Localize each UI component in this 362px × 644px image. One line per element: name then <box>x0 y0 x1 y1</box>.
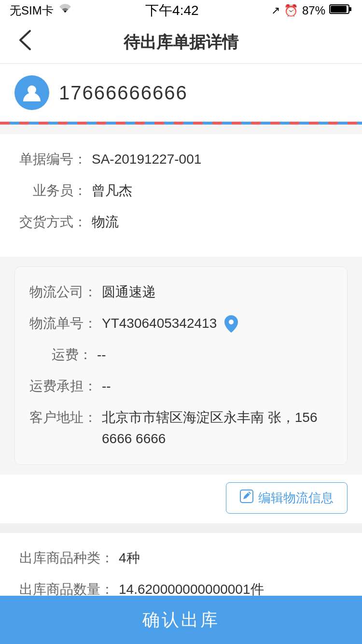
confirm-button-label: 确认出库 <box>142 608 220 632</box>
delivery-method-label: 交货方式： <box>19 211 87 233</box>
logistics-address-value: 北京市市辖区海淀区永丰南 张，156 6666 6666 <box>102 407 333 450</box>
back-button[interactable] <box>14 24 37 60</box>
logistics-address-row: 客户地址： 北京市市辖区海淀区永丰南 张，156 6666 6666 <box>29 407 333 450</box>
status-bar: 无SIM卡 下午4:42 ↗ ⏰ 87% <box>0 0 362 21</box>
location-pin-icon[interactable] <box>223 314 240 334</box>
logistics-company-value: 圆通速递 <box>102 281 333 303</box>
user-phone: 17666666666 <box>59 82 188 104</box>
logistics-freight-row: 运费： -- <box>29 344 333 366</box>
logistics-address-label: 客户地址： <box>29 407 97 429</box>
product-type-value: 4种 <box>119 547 140 569</box>
status-time: 下午4:42 <box>145 1 199 20</box>
section-divider <box>0 523 362 533</box>
battery-percentage: 87% <box>302 4 325 17</box>
nav-bar: 待出库单据详情 <box>0 21 362 64</box>
dashed-separator <box>0 122 362 125</box>
sales-person-value: 曾凡杰 <box>92 180 343 202</box>
edit-logistics-button[interactable]: 编辑物流信息 <box>226 482 348 514</box>
carrier-label: 无SIM卡 <box>10 3 54 18</box>
status-right: ↗ ⏰ 87% <box>271 3 352 18</box>
order-number-label: 单据编号： <box>19 149 87 170</box>
wifi-icon <box>57 4 73 17</box>
sales-person-row: 业务员： 曾凡杰 <box>19 180 343 202</box>
logistics-card: 物流公司： 圆通速递 物流单号： YT43064053424​13 运费： --… <box>14 266 348 465</box>
confirm-button[interactable]: 确认出库 <box>0 596 362 644</box>
svg-point-4 <box>229 320 234 324</box>
logistics-freight-bearer-value: -- <box>102 376 333 397</box>
logistics-tracking-row: 物流单号： YT43064053424​13 <box>29 313 333 335</box>
status-left: 无SIM卡 <box>10 3 73 18</box>
order-info-section: 单据编号： SA-20191227-001 业务员： 曾凡杰 交货方式： 物流 <box>0 134 362 257</box>
order-number-row: 单据编号： SA-20191227-001 <box>19 149 343 170</box>
alarm-icon: ⏰ <box>284 4 298 17</box>
location-icon: ↗ <box>271 4 280 17</box>
battery-icon <box>329 3 352 18</box>
sales-person-label: 业务员： <box>19 180 87 202</box>
logistics-tracking-value: YT43064053424​13 <box>102 313 333 335</box>
logistics-freight-value: -- <box>97 344 333 366</box>
product-type-row: 出库商品种类： 4种 <box>19 547 343 569</box>
logistics-company-label: 物流公司： <box>29 281 97 303</box>
delivery-method-value: 物流 <box>92 211 343 233</box>
delivery-method-row: 交货方式： 物流 <box>19 211 343 233</box>
edit-logistics-row: 编辑物流信息 <box>0 475 362 523</box>
product-type-label: 出库商品种类： <box>19 547 114 569</box>
svg-rect-1 <box>349 7 351 11</box>
edit-icon <box>240 490 253 506</box>
edit-logistics-label: 编辑物流信息 <box>258 490 334 506</box>
user-header: 17666666666 <box>0 64 362 122</box>
page-title: 待出库单据详情 <box>124 31 238 54</box>
logistics-tracking-label: 物流单号： <box>29 313 97 335</box>
logistics-freight-label: 运费： <box>29 344 92 366</box>
order-number-value: SA-20191227-001 <box>92 149 343 170</box>
logistics-freight-bearer-row: 运费承担： -- <box>29 376 333 397</box>
avatar <box>14 75 49 110</box>
logistics-freight-bearer-label: 运费承担： <box>29 376 97 397</box>
logistics-company-row: 物流公司： 圆通速递 <box>29 281 333 303</box>
svg-rect-2 <box>331 6 347 13</box>
